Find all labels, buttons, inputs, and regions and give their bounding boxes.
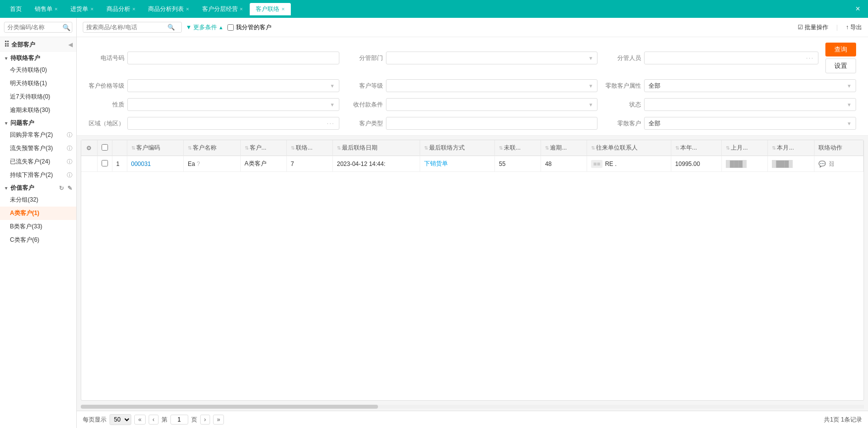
sidebar-item-tomorrow[interactable]: 明天待联络(1)	[0, 77, 76, 90]
customer-grade-select[interactable]: ▼	[386, 79, 598, 92]
last-page-btn[interactable]: »	[213, 415, 224, 425]
phone-input[interactable]	[127, 52, 339, 64]
col-code[interactable]: ⇅客户编码	[127, 140, 184, 156]
filter-price-grade: 客户价格等级 ▼	[85, 78, 343, 94]
sidebar-item-7days[interactable]: 近7天待联络(0)	[0, 90, 76, 104]
filter-region: 区域（地区） ···	[85, 115, 343, 131]
info-icon-churned: ⓘ	[67, 158, 72, 165]
next-page-btn[interactable]: ›	[200, 415, 210, 425]
action-link-icon[interactable]: ⛓	[829, 160, 835, 167]
close-sales-tab[interactable]: ×	[54, 6, 57, 12]
col-this-month[interactable]: ⇅本月...	[768, 140, 814, 156]
row-this-year: 10995.00	[671, 156, 721, 172]
sidebar-item-churn-warn[interactable]: 流失预警客户(3) ⓘ	[0, 142, 76, 155]
sidebar-collapse-icon[interactable]: ◀	[68, 42, 72, 48]
col-last-date[interactable]: ⇅最后联络日期	[332, 140, 420, 156]
col-this-year[interactable]: ⇅本年...	[671, 140, 721, 156]
nav-tab-customer-contact[interactable]: 客户联络 ×	[250, 3, 290, 15]
first-page-btn[interactable]: «	[134, 415, 146, 425]
sidebar-all-customers[interactable]: ⠿ 全部客户 ◀	[0, 37, 76, 52]
sidebar-problem-label: 问题客户	[10, 119, 34, 127]
row-check[interactable]	[97, 156, 112, 172]
settings-button[interactable]: 设置	[825, 58, 856, 73]
nature-label: 性质	[89, 101, 124, 109]
sidebar-group-pending[interactable]: ▼ 待联络客户	[0, 52, 76, 63]
sidebar-group-problem[interactable]: ▼ 问题客户	[0, 117, 76, 128]
prev-page-btn[interactable]: ‹	[149, 415, 159, 425]
col-type[interactable]: ⇅客户...	[240, 140, 286, 156]
nav-tab-analysis-list[interactable]: 商品分析列表 ×	[142, 3, 195, 15]
filter-search-icon[interactable]: 🔍	[167, 24, 175, 31]
region-input[interactable]: ···	[127, 117, 339, 130]
retail-customer-select[interactable]: 全部 ▼	[644, 117, 856, 130]
close-customer-seg-tab[interactable]: ×	[240, 6, 243, 12]
tri-icon-problem: ▼	[4, 121, 8, 126]
sidebar-item-churned[interactable]: 已流失客户(24) ⓘ	[0, 155, 76, 168]
nav-tab-sales[interactable]: 销售单 ×	[29, 3, 63, 15]
customer-type-input[interactable]	[386, 117, 598, 130]
batch-btn[interactable]: ☑ 批量操作	[798, 23, 828, 32]
price-grade-select[interactable]: ▼	[127, 79, 339, 92]
close-customer-contact-tab[interactable]: ×	[281, 6, 284, 12]
col-gear[interactable]: ⚙	[81, 140, 97, 156]
nav-tab-home[interactable]: 首页	[4, 3, 28, 15]
col-unit-contact[interactable]: ⇅往来单位联系人	[587, 140, 671, 156]
edit-icon[interactable]: ✎	[67, 185, 72, 192]
col-no-contact[interactable]: ⇅未联...	[494, 140, 541, 156]
col-contact[interactable]: ⇅联络...	[286, 140, 332, 156]
export-btn[interactable]: ↑ 导出	[846, 23, 862, 32]
col-check-all[interactable]	[97, 140, 112, 156]
table-row: 1 000031 Ea ? A类客户 7 2023-04-12 14:44: 下…	[81, 156, 864, 172]
checkbox-icon: ☑	[798, 24, 803, 31]
sidebar-group-value[interactable]: ▼ 价值客户 ↻ ✎	[0, 182, 76, 193]
refresh-icon[interactable]: ↻	[59, 185, 64, 192]
my-customers-checkbox[interactable]	[227, 24, 234, 31]
nav-tab-purchase[interactable]: 进货单 ×	[64, 3, 99, 15]
sidebar-item-today[interactable]: 今天待联络(0)	[0, 63, 76, 77]
close-analysis-list-tab[interactable]: ×	[186, 6, 189, 12]
action-message-icon[interactable]: 💬	[818, 160, 826, 167]
nature-select[interactable]: ▼	[127, 98, 339, 111]
sidebar-item-repurchase[interactable]: 回购异常客户(2) ⓘ	[0, 128, 76, 142]
sidebar-item-declining[interactable]: 持续下滑客户(2) ⓘ	[0, 168, 76, 182]
retail-attr-select[interactable]: 全部 ▼	[644, 79, 856, 92]
main-layout: 🔍 ⠿ 全部客户 ◀ ▼ 待联络客户 今天待联络(0) 明天待联络(1) 近7天…	[0, 18, 868, 428]
sidebar-item-overdue[interactable]: 逾期未联络(30)	[0, 104, 76, 117]
row-checkbox[interactable]	[102, 160, 108, 166]
close-purchase-tab[interactable]: ×	[90, 6, 93, 12]
my-customers-filter[interactable]: 我分管的客户	[227, 23, 271, 32]
query-button[interactable]: 查询	[825, 43, 856, 56]
col-last-month[interactable]: ⇅上月...	[722, 140, 768, 156]
page-number-input[interactable]	[170, 415, 188, 425]
filter-search-input[interactable]	[86, 24, 165, 31]
region-label: 区域（地区）	[89, 119, 124, 128]
close-analysis-tab[interactable]: ×	[132, 6, 135, 12]
sidebar-item-class-b[interactable]: B类客户(33)	[0, 220, 76, 233]
sidebar-item-class-a[interactable]: A类客户(1)	[0, 207, 76, 220]
sidebar-item-unclassified[interactable]: 未分组(32)	[0, 193, 76, 207]
nav-tab-analysis[interactable]: 商品分析 ×	[101, 3, 141, 15]
horizontal-scrollbar[interactable]	[81, 405, 864, 409]
col-name[interactable]: ⇅客户名称	[184, 140, 241, 156]
top-close-button[interactable]: ×	[852, 4, 864, 13]
nav-tab-customer-seg[interactable]: 客户分层经营 ×	[196, 3, 249, 15]
scroll-thumb[interactable]	[81, 405, 378, 409]
row-actions[interactable]: 💬 ⛓	[814, 156, 863, 172]
per-page-select[interactable]: 50	[109, 414, 131, 425]
status-label: 状态	[605, 101, 641, 109]
status-select[interactable]: ▼	[644, 98, 856, 111]
phone-label: 电话号码	[89, 54, 124, 62]
col-last-method[interactable]: ⇅最后联络方式	[420, 140, 494, 156]
col-overdue[interactable]: ⇅逾期...	[541, 140, 587, 156]
manager-input[interactable]: ···	[644, 52, 818, 64]
payment-select[interactable]: ▼	[386, 98, 598, 111]
row-last-method[interactable]: 下销货单	[420, 156, 494, 172]
retail-customer-label: 零散客户	[605, 119, 641, 128]
sidebar-search-icon[interactable]: 🔍	[62, 24, 70, 31]
check-all-checkbox[interactable]	[102, 144, 108, 151]
sidebar-item-class-c[interactable]: C类客户(6)	[0, 233, 76, 247]
row-code[interactable]: 000031	[127, 156, 184, 172]
dept-select[interactable]: ▼	[386, 52, 598, 64]
row-name[interactable]: Ea ?	[184, 156, 241, 172]
filter-more-btn[interactable]: ▼ 更多条件 ▲	[186, 23, 223, 32]
